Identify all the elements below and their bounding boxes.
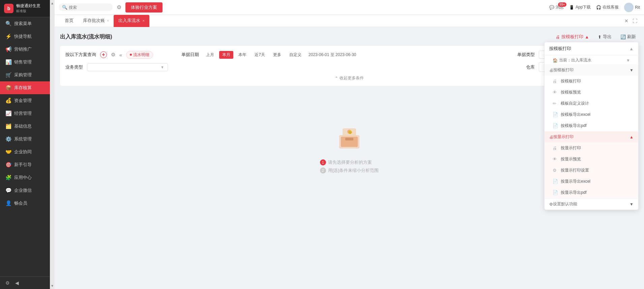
main-area: 🔍 ⚙ 体验行业方案 💬 消息 99+ 📱 App下载 🎧 在线客服 Rit <box>55 0 644 289</box>
sidebar-item-corp[interactable]: 🤝企业协同 <box>0 146 50 158</box>
filter-settings-icon[interactable]: ⚙ <box>111 52 115 58</box>
dp-template-preview-label: 按模板预览 <box>561 89 581 95</box>
sidebar-item-quick-nav[interactable]: ⚡快捷导航 <box>0 30 50 43</box>
business-type-select[interactable]: ▼ <box>87 63 168 71</box>
empty-steps: 1 请先选择要分析的方案 2 用[选]条件来缩小分析范围 <box>320 157 379 176</box>
dp-template-custom[interactable]: ✏ 模板自定义设计 <box>545 98 638 109</box>
dp-display-export-pdf[interactable]: 📄 按显示导出pdf <box>545 187 638 198</box>
date-filter: 上月 本月 本年 近7天 更多 自定义 <box>203 51 304 59</box>
corp-wechat-icon: 💬 <box>5 187 11 193</box>
date-btn-this-month[interactable]: 本月 <box>219 51 233 59</box>
display-print-section[interactable]: 🖨 按显示打印 ▲ <box>545 131 638 142</box>
sidebar-item-marketing[interactable]: 📢营销推广 <box>0 43 50 56</box>
tabbar: 首页库存批次账×出入库流水× ✕ ⛶ <box>55 15 644 27</box>
dropdown-up-arrow[interactable]: ▲ <box>629 46 634 51</box>
svg-rect-3 <box>345 138 353 140</box>
tab-inout-flow[interactable]: 出入库流水× <box>114 15 149 27</box>
finance-label: 资金管理 <box>14 98 32 104</box>
trial-button[interactable]: 体验行业方案 <box>125 2 163 12</box>
filter-add-btn[interactable]: + <box>100 51 107 58</box>
logo-icon: b <box>4 4 13 13</box>
sidebar-item-operation[interactable]: 📈经营管理 <box>0 107 50 120</box>
sidebar-item-app-center[interactable]: 🧩应用中心 <box>0 171 50 184</box>
marketing-icon: 📢 <box>5 46 11 52</box>
collapse-label: 收起更多条件 <box>340 75 364 81</box>
dp-excel-icon: 📄 <box>553 112 558 117</box>
chip-dot <box>130 54 132 56</box>
sidebar-item-basic[interactable]: 🗂️基础信息 <box>0 120 50 133</box>
filter-collapse-icon[interactable]: « <box>119 52 122 58</box>
date-btn-7days[interactable]: 近7天 <box>252 51 268 59</box>
collapse-sidebar-icon[interactable]: ◀ <box>15 280 19 286</box>
tab-close-inventory-batch[interactable]: × <box>107 19 109 23</box>
user-name: Rit <box>635 5 640 10</box>
dp-display-print[interactable]: 🖨 按显示打印 <box>545 142 638 154</box>
date-btn-custom[interactable]: 自定义 <box>286 51 304 59</box>
active-filter-chip[interactable]: 流水明细 <box>126 51 153 59</box>
display-section-label: 按显示打印 <box>553 134 574 140</box>
dropdown-footer[interactable]: ⚙ 设置默认功能 ▼ <box>545 198 638 210</box>
close-all-icon[interactable]: ✕ <box>623 17 630 25</box>
dp-template-print[interactable]: 🖨 按模板打印 <box>545 76 638 87</box>
dp-display-preview[interactable]: 👁 按显示预览 <box>545 154 638 165</box>
sidebar-item-guide[interactable]: 🎯新手引导 <box>0 158 50 171</box>
page-actions: 🖨 按模板打印 ▲ ⬆ 导出 🔄 刷新 按模板打印 <box>553 32 639 41</box>
inventory-icon: 📦 <box>5 85 11 91</box>
dp-template-export-excel[interactable]: 📄 按模板导出excel <box>545 109 638 120</box>
messages-badge: 99+ <box>558 2 566 7</box>
sidebar-item-finance[interactable]: 💰资金管理 <box>0 94 50 107</box>
date-btn-last-month[interactable]: 上月 <box>203 51 217 59</box>
tab-close-inout-flow[interactable]: × <box>142 19 144 23</box>
refresh-btn[interactable]: 🔄 刷新 <box>618 32 639 41</box>
expand-icon[interactable]: ⛶ <box>631 17 639 25</box>
template-print-section[interactable]: 🖨 按模板打印 ▼ <box>545 64 638 76</box>
sales-icon: 📊 <box>5 59 11 65</box>
sidebar-item-system[interactable]: ⚙️系统管理 <box>0 133 50 146</box>
dropdown-current: 🏠 当前：出入库流水 ▼ <box>545 55 638 64</box>
tab-home[interactable]: 首页 <box>60 15 78 27</box>
export-btn[interactable]: ⬆ 导出 <box>595 32 614 41</box>
date-btn-this-year[interactable]: 本年 <box>235 51 250 59</box>
app-center-label: 应用中心 <box>14 175 32 181</box>
dp-template-pdf-label: 按模板导出pdf <box>561 123 587 129</box>
sidebar-item-member[interactable]: 👤畅会员 <box>0 197 50 210</box>
service-icon: 🎧 <box>596 5 601 10</box>
filter-section-label: 按以下方案查询 <box>65 52 96 58</box>
warehouse-label: 仓库 <box>526 64 535 70</box>
online-service-btn[interactable]: 🎧 在线客服 <box>596 4 619 10</box>
current-icon: 🏠 <box>553 58 558 63</box>
tab-label-home: 首页 <box>65 18 74 24</box>
refresh-icon: 🔄 <box>620 34 626 40</box>
tab-label-inout-flow: 出入库流水 <box>118 18 140 24</box>
settings-icon[interactable]: ⚙ <box>5 280 10 286</box>
messages-btn[interactable]: 💬 消息 99+ <box>549 4 564 10</box>
dp-template-excel-label: 按模板导出excel <box>561 112 590 117</box>
logo-sub: 标准版 <box>16 9 40 14</box>
member-icon: 👤 <box>5 200 11 206</box>
avatar-img <box>624 3 634 12</box>
print-template-label: 按模板打印 <box>561 34 583 40</box>
gear-icon[interactable]: ⚙ <box>117 4 121 10</box>
sidebar-item-inventory[interactable]: 📦库存核算 <box>0 81 50 94</box>
print-template-btn[interactable]: 🖨 按模板打印 ▲ <box>553 32 592 41</box>
date-btn-more[interactable]: 更多 <box>270 51 284 59</box>
sidebar-item-sales[interactable]: 📊销售管理 <box>0 56 50 69</box>
sidebar-scroll-handle[interactable]: ▲ ▼ <box>50 0 55 289</box>
dp-template-export-pdf[interactable]: 📄 按模板导出pdf <box>545 120 638 131</box>
dp-pdf-icon: 📄 <box>553 123 558 128</box>
tab-inventory-batch[interactable]: 库存批次账× <box>78 15 114 27</box>
marketing-label: 营销推广 <box>14 46 32 52</box>
sidebar-item-corp-wechat[interactable]: 💬企业微信 <box>0 184 50 197</box>
app-download-btn[interactable]: 📱 App下载 <box>569 4 591 10</box>
sidebar-item-purchase[interactable]: 🛒采购管理 <box>0 69 50 81</box>
dp-template-preview[interactable]: 👁 按模板预览 <box>545 87 638 98</box>
dp-disp-settings-icon: ⚙ <box>553 168 558 173</box>
dp-display-export-excel[interactable]: 📄 按显示导出excel <box>545 176 638 187</box>
sidebar-item-search-menu[interactable]: 🔍搜索菜单 <box>0 17 50 30</box>
step-2-num: 2 <box>320 167 326 174</box>
page-header: 出入库流水(流水明细) 🖨 按模板打印 ▲ ⬆ 导出 🔄 刷新 <box>60 32 639 41</box>
search-input[interactable] <box>69 5 103 10</box>
dp-display-print-settings[interactable]: ⚙ 按显示打印设置 <box>545 165 638 176</box>
topbar-search-box[interactable]: 🔍 <box>59 3 113 11</box>
user-avatar[interactable]: Rit <box>624 3 640 12</box>
